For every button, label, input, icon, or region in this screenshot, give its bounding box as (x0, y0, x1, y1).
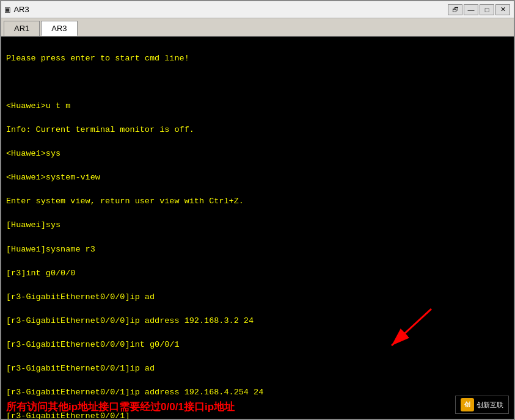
maximize-button[interactable]: □ (480, 4, 494, 15)
title-bar-left: ▣ AR3 (5, 4, 29, 15)
terminal-line-1: Please press enter to start cmd line! (6, 52, 509, 65)
title-bar: ▣ AR3 🗗 — □ ✕ (1, 1, 514, 18)
watermark-icon-text: 创 (464, 400, 470, 409)
terminal-line-8: [Huawei]sysname r3 (6, 244, 509, 256)
terminal-line-9: [r3]int g0/0/0 (6, 267, 509, 280)
terminal-line-3: Info: Current terminal monitor is off. (6, 124, 509, 136)
watermark: 创 创新互联 (455, 396, 509, 414)
terminal-line-10: [r3-GigabitEthernet0/0/0]ip ad (6, 291, 509, 303)
minimize-button[interactable]: — (464, 4, 478, 15)
terminal-area[interactable]: Please press enter to start cmd line! <H… (1, 37, 514, 419)
tab-ar1[interactable]: AR1 (4, 21, 40, 36)
main-window: ▣ AR3 🗗 — □ ✕ AR1 AR3 Please press enter… (0, 0, 515, 420)
tab-bar: AR1 AR3 (1, 18, 514, 37)
terminal-line-6: Enter system view, return user view with… (6, 195, 509, 208)
terminal-line-13: [r3-GigabitEthernet0/0/1]ip ad (6, 363, 509, 375)
annotation-text: 所有访问其他ip地址接口需要经过0/0/1接口ip地址 (6, 401, 235, 413)
terminal-line-12: [r3-GigabitEthernet0/0/0]int g0/0/1 (6, 339, 509, 351)
watermark-icon: 创 (461, 398, 474, 411)
terminal-line-5: <Huawei>system-view (6, 172, 509, 184)
close-button[interactable]: ✕ (495, 4, 510, 15)
bottom-annotation: 所有访问其他ip地址接口需要经过0/0/1接口ip地址 (6, 400, 428, 414)
title-bar-buttons: 🗗 — □ ✕ (448, 4, 510, 15)
watermark-box: 创 创新互联 (455, 396, 509, 414)
terminal-line-blank1 (6, 76, 509, 89)
terminal-output: Please press enter to start cmd line! <H… (6, 40, 509, 419)
terminal-line-2: <Huawei>u t m (6, 100, 509, 112)
watermark-label: 创新互联 (477, 400, 503, 410)
window-title: AR3 (13, 5, 29, 14)
terminal-line-7: [Huawei]sys (6, 219, 509, 231)
terminal-line-14: [r3-GigabitEthernet0/0/1]ip address 192.… (6, 386, 509, 399)
terminal-line-4: <Huawei>sys (6, 148, 509, 160)
restore-button[interactable]: 🗗 (448, 4, 462, 15)
window-icon: ▣ (5, 4, 10, 15)
terminal-line-11: [r3-GigabitEthernet0/0/0]ip address 192.… (6, 315, 509, 327)
tab-ar3[interactable]: AR3 (41, 21, 77, 36)
